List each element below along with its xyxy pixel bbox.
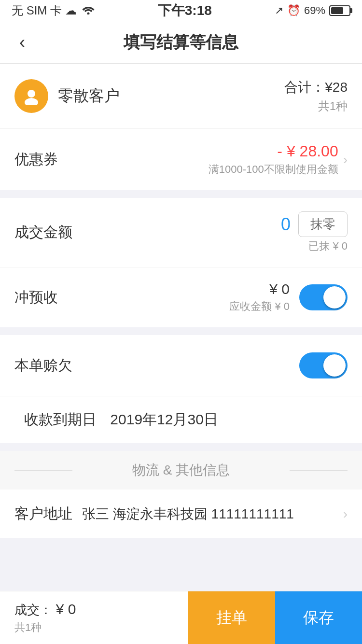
amount-row: 成交金额 0 抹零 已抹 ¥ 0 <box>0 198 362 267</box>
logistics-card: 物流 & 其他信息 客户地址 张三 海淀永丰科技园 11111111111 › <box>0 451 362 538</box>
bottom-bar: 成交： ¥ 0 共1种 挂单 保存 <box>0 591 362 644</box>
bottom-deal-label: 成交： <box>14 602 52 617</box>
coupon-right: - ¥ 28.00 满1000-100不限制使用金额 › <box>209 142 348 177</box>
duedate-value: 2019年12月30日 <box>110 411 218 427</box>
status-bar: 无 SIM 卡 ☁ 下午3:18 ↗ ⏰ 69% <box>0 0 362 21</box>
customer-left: 零散客户 <box>14 79 120 113</box>
debt-label: 本单赊欠 <box>14 356 72 376</box>
location-icon: ↗ <box>275 4 283 17</box>
total-amount: 合计：¥28 <box>284 78 348 97</box>
rounded-label: 已抹 ¥ 0 <box>281 239 348 253</box>
status-right: ↗ ⏰ 69% <box>275 4 350 17</box>
debt-card: 本单赊欠 收款到期日 2019年12月30日 <box>0 335 362 443</box>
deal-amount-value: 0 <box>281 214 291 235</box>
duedate-label: 收款到期日 <box>24 411 97 427</box>
bottom-deal-amount: ¥ 0 <box>56 601 76 617</box>
prereceive-right: ¥ 0 应收金额 ¥ 0 <box>229 281 348 314</box>
address-label: 客户地址 <box>14 504 72 524</box>
svg-point-1 <box>28 90 35 98</box>
back-button[interactable]: ‹ <box>14 28 30 57</box>
bottom-info: 成交： ¥ 0 共1种 <box>0 601 188 635</box>
deal-amount-card: 成交金额 0 抹零 已抹 ¥ 0 冲预收 ¥ 0 应收金额 ¥ 0 <box>0 198 362 327</box>
logistics-header: 物流 & 其他信息 <box>0 451 362 490</box>
item-count: 共1种 <box>284 98 348 114</box>
debt-row: 本单赊欠 <box>0 335 362 396</box>
prereceive-values: ¥ 0 应收金额 ¥ 0 <box>229 281 290 314</box>
bottom-deal-row: 成交： ¥ 0 <box>14 601 174 618</box>
pending-button[interactable]: 挂单 <box>188 591 275 644</box>
coupon-label: 优惠券 <box>14 150 58 169</box>
bottom-count: 共1种 <box>14 620 174 635</box>
avatar <box>14 79 48 113</box>
svg-point-2 <box>25 98 38 105</box>
duedate-row: 收款到期日 2019年12月30日 <box>0 396 362 443</box>
debt-toggle[interactable] <box>299 352 348 378</box>
prereceive-row: 冲预收 ¥ 0 应收金额 ¥ 0 <box>0 267 362 327</box>
sim-indicator: 无 SIM 卡 ☁ <box>12 3 77 18</box>
round-button[interactable]: 抹零 <box>298 211 348 237</box>
save-button[interactable]: 保存 <box>275 591 362 644</box>
wifi-icon <box>82 4 95 17</box>
deal-amount-label: 成交金额 <box>14 223 72 242</box>
coupon-row[interactable]: 优惠券 - ¥ 28.00 满1000-100不限制使用金额 › <box>0 128 362 190</box>
prereceive-amount: ¥ 0 <box>229 281 290 297</box>
customer-card: 零散客户 合计：¥28 共1种 优惠券 - ¥ 28.00 满1000-100不… <box>0 64 362 190</box>
customer-name: 零散客户 <box>58 85 120 107</box>
address-value: 张三 海淀永丰科技园 11111111111 <box>82 505 343 523</box>
debt-toggle-knob <box>323 354 346 377</box>
coupon-desc: 满1000-100不限制使用金额 <box>209 162 338 177</box>
battery-icon <box>329 4 350 17</box>
chevron-right-icon: › <box>343 152 348 168</box>
logistics-label: 物流 & 其他信息 <box>132 461 230 479</box>
toggle-knob <box>323 286 346 308</box>
alarm-icon: ⏰ <box>287 4 300 17</box>
amount-right: 0 抹零 <box>281 211 348 237</box>
battery-percent: 69% <box>304 4 325 17</box>
prereceive-sub: 应收金额 ¥ 0 <box>229 299 290 314</box>
content-area: 零散客户 合计：¥28 共1种 优惠券 - ¥ 28.00 满1000-100不… <box>0 64 362 604</box>
status-left: 无 SIM 卡 ☁ <box>12 3 95 18</box>
nav-bar: ‹ 填写结算等信息 <box>0 21 362 64</box>
address-row[interactable]: 客户地址 张三 海淀永丰科技园 11111111111 › <box>0 490 362 538</box>
prereceive-label: 冲预收 <box>14 288 58 308</box>
status-time: 下午3:18 <box>158 1 212 20</box>
page-title: 填写结算等信息 <box>124 31 238 54</box>
prereceive-toggle[interactable] <box>299 284 348 310</box>
customer-right: 合计：¥28 共1种 <box>284 78 348 114</box>
svg-point-0 <box>87 13 89 15</box>
customer-row: 零散客户 合计：¥28 共1种 <box>0 64 362 128</box>
coupon-discount: - ¥ 28.00 <box>209 142 338 160</box>
address-chevron-icon: › <box>343 506 348 522</box>
